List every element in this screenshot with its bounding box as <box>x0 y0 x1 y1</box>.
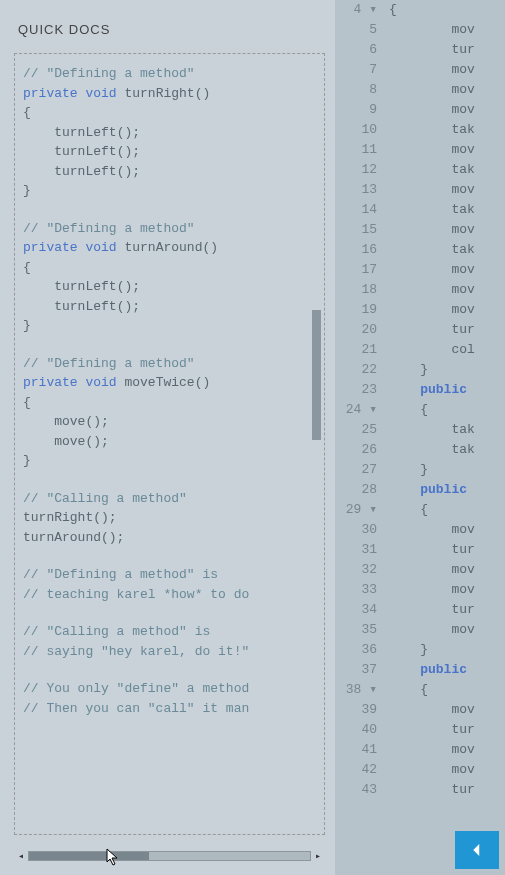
docs-line: { <box>23 258 316 278</box>
docs-line <box>23 604 316 622</box>
code-line[interactable]: mov <box>389 580 505 600</box>
docs-line: // "Defining a method" <box>23 64 316 84</box>
code-line[interactable]: } <box>389 360 505 380</box>
code-line[interactable]: public <box>389 380 505 400</box>
horizontal-scrollbar[interactable]: ◂ ▸ <box>14 845 325 867</box>
code-line[interactable]: mov <box>389 560 505 580</box>
docs-line: // "Defining a method" <box>23 219 316 239</box>
docs-line: turnLeft(); <box>23 162 316 182</box>
code-line[interactable]: { <box>389 400 505 420</box>
docs-line <box>23 661 316 679</box>
code-line[interactable]: tur <box>389 40 505 60</box>
docs-line: turnLeft(); <box>23 297 316 317</box>
scroll-thumb[interactable] <box>29 852 149 860</box>
code-line[interactable]: mov <box>389 620 505 640</box>
line-number: 13 <box>335 180 377 200</box>
line-number: 35 <box>335 620 377 640</box>
docs-line: { <box>23 393 316 413</box>
code-line[interactable]: } <box>389 460 505 480</box>
code-line[interactable]: tur <box>389 600 505 620</box>
code-line[interactable]: mov <box>389 520 505 540</box>
docs-line: turnLeft(); <box>23 277 316 297</box>
docs-panel: QUICK DOCS // "Defining a method"private… <box>0 0 335 875</box>
docs-line: } <box>23 181 316 201</box>
docs-line <box>23 547 316 565</box>
docs-line: turnLeft(); <box>23 142 316 162</box>
code-line[interactable]: tak <box>389 420 505 440</box>
docs-line: private void turnRight() <box>23 84 316 104</box>
scroll-right-arrow[interactable]: ▸ <box>311 849 325 863</box>
code-line[interactable]: mov <box>389 740 505 760</box>
line-number: 23 <box>335 380 377 400</box>
back-button[interactable] <box>455 831 499 869</box>
code-line[interactable]: tur <box>389 540 505 560</box>
docs-line: // Then you can "call" it man <box>23 699 316 719</box>
docs-vertical-scrollbar[interactable] <box>312 310 321 440</box>
code-line[interactable]: public <box>389 480 505 500</box>
line-gutter: 4 ▾5 6 7 8 9 10 11 12 13 14 15 16 17 18 … <box>335 0 389 875</box>
line-number: 38 ▾ <box>335 680 377 700</box>
code-line[interactable]: tak <box>389 200 505 220</box>
docs-line <box>23 201 316 219</box>
line-number: 19 <box>335 300 377 320</box>
docs-line: turnLeft(); <box>23 123 316 143</box>
line-number: 21 <box>335 340 377 360</box>
code-line[interactable]: mov <box>389 20 505 40</box>
line-number: 34 <box>335 600 377 620</box>
line-number: 24 ▾ <box>335 400 377 420</box>
code-line[interactable]: { <box>389 680 505 700</box>
code-line[interactable]: mov <box>389 300 505 320</box>
code-line[interactable]: { <box>389 0 505 20</box>
code-line[interactable]: mov <box>389 180 505 200</box>
line-number: 15 <box>335 220 377 240</box>
editor-panel[interactable]: 4 ▾5 6 7 8 9 10 11 12 13 14 15 16 17 18 … <box>335 0 505 875</box>
docs-line: // "Calling a method" <box>23 489 316 509</box>
code-line[interactable]: tak <box>389 440 505 460</box>
docs-line: private void moveTwice() <box>23 373 316 393</box>
code-line[interactable]: col <box>389 340 505 360</box>
code-line[interactable]: mov <box>389 140 505 160</box>
line-number: 37 <box>335 660 377 680</box>
code-line[interactable]: { <box>389 500 505 520</box>
code-line[interactable]: } <box>389 640 505 660</box>
line-number: 30 <box>335 520 377 540</box>
line-number: 42 <box>335 760 377 780</box>
code-line[interactable]: mov <box>389 100 505 120</box>
line-number: 27 <box>335 460 377 480</box>
code-line[interactable]: mov <box>389 700 505 720</box>
line-number: 43 <box>335 780 377 800</box>
line-number: 25 <box>335 420 377 440</box>
code-line[interactable]: tak <box>389 120 505 140</box>
code-line[interactable]: tur <box>389 720 505 740</box>
code-line[interactable]: mov <box>389 80 505 100</box>
scroll-track[interactable] <box>28 851 311 861</box>
code-line[interactable]: mov <box>389 760 505 780</box>
docs-line: // "Calling a method" is <box>23 622 316 642</box>
docs-line: // "Defining a method" <box>23 354 316 374</box>
docs-line: turnAround(); <box>23 528 316 548</box>
docs-title: QUICK DOCS <box>0 8 335 47</box>
code-line[interactable]: mov <box>389 220 505 240</box>
code-line[interactable]: tak <box>389 160 505 180</box>
code-line[interactable]: tur <box>389 780 505 800</box>
line-number: 11 <box>335 140 377 160</box>
code-line[interactable]: tak <box>389 240 505 260</box>
line-number: 33 <box>335 580 377 600</box>
line-number: 8 <box>335 80 377 100</box>
code-line[interactable]: tur <box>389 320 505 340</box>
scroll-left-arrow[interactable]: ◂ <box>14 849 28 863</box>
docs-line: move(); <box>23 412 316 432</box>
line-number: 16 <box>335 240 377 260</box>
code-line[interactable]: mov <box>389 280 505 300</box>
code-line[interactable]: mov <box>389 260 505 280</box>
docs-line <box>23 336 316 354</box>
code-line[interactable]: mov <box>389 60 505 80</box>
docs-line: // teaching karel *how* to do <box>23 585 316 605</box>
line-number: 5 <box>335 20 377 40</box>
code-area[interactable]: { mov tur mov mov mov tak mov tak mov ta… <box>389 0 505 875</box>
line-number: 32 <box>335 560 377 580</box>
docs-line: turnRight(); <box>23 508 316 528</box>
docs-line: move(); <box>23 432 316 452</box>
docs-line: } <box>23 316 316 336</box>
code-line[interactable]: public <box>389 660 505 680</box>
